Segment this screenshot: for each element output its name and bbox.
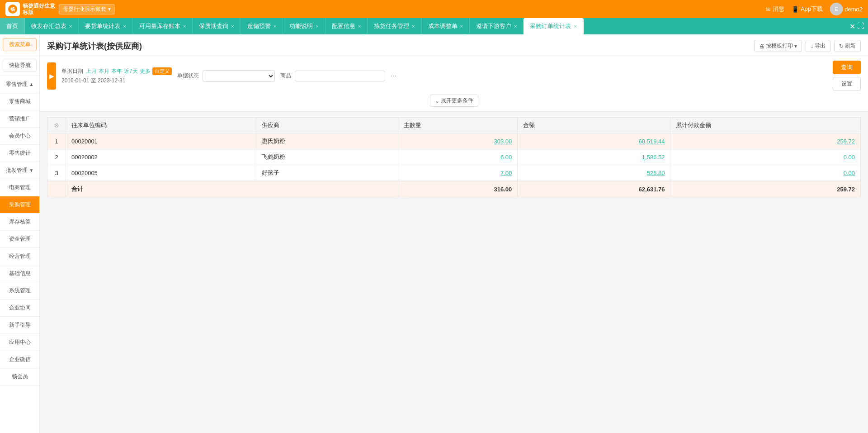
- tab-requisition[interactable]: 要货单统计表 ×: [79, 18, 132, 34]
- sidebar-item-wholesale-mgmt[interactable]: 批发管理 ▼: [0, 162, 39, 179]
- sidebar-item-vip-member[interactable]: 畅会员: [0, 368, 39, 385]
- top-bar: 畅 畅捷通好生意 标版 母婴行业演示账套 ▾ ✉ 消息 📱 App下载 E de…: [0, 0, 868, 18]
- custom-date-tag[interactable]: 自定义: [152, 67, 172, 75]
- th-code: 往来单位编码: [66, 118, 256, 133]
- shortcut-this-month[interactable]: 本月: [99, 67, 109, 75]
- settings-btn[interactable]: 设置: [833, 77, 861, 91]
- tab-invite-downstream[interactable]: 邀请下游客户 ×: [470, 18, 524, 34]
- sidebar-item-ecommerce[interactable]: 电商管理: [0, 179, 39, 196]
- row-paid[interactable]: 0.00: [670, 165, 861, 181]
- tab-config[interactable]: 配置信息 ×: [326, 18, 368, 34]
- nav-tabs-end: ✕ ⛶: [849, 22, 868, 31]
- row-paid[interactable]: 0.00: [670, 149, 861, 165]
- shortcut-7days[interactable]: 近7天: [124, 67, 138, 75]
- close-icon[interactable]: ×: [514, 24, 517, 29]
- sidebar-item-new-guide[interactable]: 新手引导: [0, 317, 39, 334]
- sidebar-item-finance[interactable]: 资金管理: [0, 231, 39, 248]
- status-select[interactable]: [203, 70, 275, 82]
- chevron-down-icon: ▾: [108, 6, 111, 12]
- sidebar-item-retail-mgmt[interactable]: 零售管理 ▲: [0, 76, 39, 93]
- table-row: 2 00020002 飞鹤奶粉 6.00 1,586.52 0.00: [47, 149, 861, 165]
- goods-label: 商品: [280, 72, 291, 80]
- sidebar-item-retail-mall[interactable]: 零售商城: [0, 93, 39, 110]
- close-icon[interactable]: ×: [460, 24, 463, 29]
- date-filter-row: 单据日期 上月 本月 本年 近7天 更多 自定义: [61, 67, 172, 75]
- app-download-btn[interactable]: 📱 App下载: [792, 5, 823, 13]
- th-amount: 金额: [518, 118, 670, 133]
- tab-function-desc[interactable]: 功能说明 ×: [283, 18, 325, 34]
- row-qty[interactable]: 6.00: [398, 149, 517, 165]
- close-icon[interactable]: ×: [574, 24, 576, 29]
- tab-collection-summary[interactable]: 收发存汇总表 ×: [25, 18, 79, 34]
- avatar: E: [830, 3, 843, 15]
- expand-filter-btn[interactable]: ⌄ 展开更多条件: [430, 95, 478, 107]
- search-menu-btn[interactable]: 搜索菜单: [3, 38, 37, 51]
- more-options-icon[interactable]: ···: [391, 72, 396, 80]
- data-table: ⚙ 往来单位编码 供应商 主数量 金额 累计付款金额 1 00020001 惠氏…: [47, 117, 861, 197]
- quick-nav-btn[interactable]: 快捷导航: [3, 59, 37, 72]
- sidebar-item-system-mgmt[interactable]: 系统管理: [0, 282, 39, 300]
- tab-picking-task[interactable]: 拣货任务管理 ×: [368, 18, 421, 34]
- row-code: 00020005: [66, 165, 256, 181]
- export-btn[interactable]: ↓ 导出: [806, 40, 830, 52]
- export-icon: ↓: [811, 43, 813, 49]
- tab-cost-adjust[interactable]: 成本调整单 ×: [422, 18, 470, 34]
- tab-shelf-life[interactable]: 保质期查询 ×: [193, 18, 241, 34]
- sidebar-item-marketing[interactable]: 营销推广: [0, 110, 39, 128]
- sidebar-item-enterprise-wechat[interactable]: 企业微信: [0, 351, 39, 368]
- tab-purchase-order-stats[interactable]: 采购订单统计表 ×: [524, 18, 583, 34]
- sidebar-item-purchase-mgmt[interactable]: 采购管理: [0, 196, 39, 214]
- message-btn[interactable]: ✉ 消息: [766, 5, 784, 13]
- close-icon[interactable]: ×: [358, 24, 361, 29]
- maximize-btn[interactable]: ⛶: [857, 22, 864, 30]
- table-footer: 合计 316.00 62,631.76 259.72: [47, 181, 861, 197]
- sidebar-item-basic-info[interactable]: 基础信息: [0, 265, 39, 282]
- top-bar-right: ✉ 消息 📱 App下载 E demo2: [766, 3, 863, 15]
- close-icon[interactable]: ×: [231, 24, 234, 29]
- shortcut-more[interactable]: 更多: [140, 67, 151, 75]
- row-amount[interactable]: 1,586.52: [518, 149, 670, 165]
- shortcut-last-month[interactable]: 上月: [86, 67, 97, 75]
- workspace-selector[interactable]: 母婴行业演示账套 ▾: [59, 4, 115, 14]
- sidebar-item-enterprise-collab[interactable]: 企业协同: [0, 300, 39, 317]
- row-qty[interactable]: 303.00: [398, 133, 517, 149]
- tab-available-inventory[interactable]: 可用量库存账本 ×: [133, 18, 193, 34]
- close-icon[interactable]: ×: [316, 24, 318, 29]
- sidebar-item-app-center[interactable]: 应用中心: [0, 334, 39, 351]
- close-icon[interactable]: ×: [183, 24, 186, 29]
- goods-input[interactable]: [295, 71, 385, 81]
- footer-row: 合计 316.00 62,631.76 259.72: [47, 181, 861, 197]
- sidebar-item-member-center[interactable]: 会员中心: [0, 128, 39, 145]
- tab-home[interactable]: 首页: [0, 18, 25, 34]
- svg-text:畅: 畅: [10, 7, 15, 12]
- print-btn[interactable]: 🖨 按模板打印 ▾: [754, 40, 802, 52]
- tab-overstock[interactable]: 超储预警 ×: [241, 18, 283, 34]
- th-settings: ⚙: [47, 118, 66, 133]
- header-row: ⚙ 往来单位编码 供应商 主数量 金额 累计付款金额: [47, 118, 861, 133]
- table-area: ⚙ 往来单位编码 供应商 主数量 金额 累计付款金额 1 00020001 惠氏…: [40, 112, 868, 433]
- close-tab-btn[interactable]: ✕: [849, 22, 855, 31]
- filter-toggle-btn[interactable]: ▶: [47, 62, 56, 90]
- page-header-actions: 🖨 按模板打印 ▾ ↓ 导出 ↻ 刷新: [754, 40, 861, 52]
- sidebar-item-inventory-check[interactable]: 库存核算: [0, 214, 39, 231]
- close-icon[interactable]: ×: [274, 24, 276, 29]
- sidebar-item-retail-stats[interactable]: 零售统计: [0, 145, 39, 162]
- close-icon[interactable]: ×: [69, 24, 72, 29]
- sidebar-item-operations[interactable]: 经营管理: [0, 248, 39, 265]
- row-qty[interactable]: 7.00: [398, 165, 517, 181]
- user-avatar[interactable]: E demo2: [830, 3, 863, 15]
- row-index: 1: [47, 133, 66, 149]
- row-paid[interactable]: 259.72: [670, 133, 861, 149]
- search-btn[interactable]: 查询: [833, 61, 861, 74]
- close-icon[interactable]: ×: [412, 24, 415, 29]
- shortcut-this-year[interactable]: 本年: [111, 67, 122, 75]
- row-amount[interactable]: 525.80: [518, 165, 670, 181]
- table-body: 1 00020001 惠氏奶粉 303.00 60,519.44 259.72 …: [47, 133, 861, 181]
- close-icon[interactable]: ×: [123, 24, 126, 29]
- row-amount[interactable]: 60,519.44: [518, 133, 670, 149]
- column-settings-icon[interactable]: ⚙: [53, 122, 60, 129]
- expand-row: ⌄ 展开更多条件: [47, 95, 861, 107]
- sidebar-search-section: 搜索菜单: [0, 34, 39, 55]
- refresh-btn[interactable]: ↻ 刷新: [834, 40, 861, 52]
- date-label: 单据日期: [61, 67, 83, 75]
